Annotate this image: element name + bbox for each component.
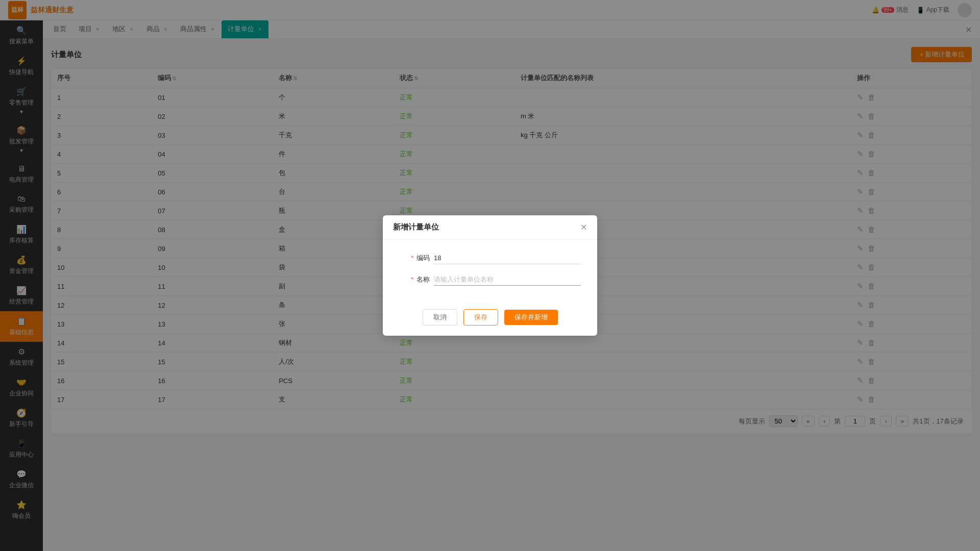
modal-header: 新增计量单位 ✕ [383,215,597,240]
modal-close-button[interactable]: ✕ [580,223,587,232]
modal-body: * 编码 * 名称 [383,240,597,303]
modal-title: 新增计量单位 [393,222,439,232]
name-label: * 名称 [399,275,430,284]
modal-footer: 取消 保存 保存并新增 [383,303,597,336]
cancel-button[interactable]: 取消 [423,309,457,325]
name-form-row: * 名称 [399,273,581,286]
code-input[interactable] [434,252,581,264]
name-required: * [411,276,413,283]
code-label-text: 编码 [416,254,430,262]
name-input[interactable] [434,273,581,286]
name-label-text: 名称 [416,276,430,283]
code-required: * [411,254,413,262]
code-form-row: * 编码 [399,252,581,264]
save-and-new-button[interactable]: 保存并新增 [504,310,558,325]
code-label: * 编码 [399,254,430,263]
modal-overlay: 新增计量单位 ✕ * 编码 * 名称 取消 保存 保存并新增 [0,0,980,551]
add-unit-modal: 新增计量单位 ✕ * 编码 * 名称 取消 保存 保存并新增 [383,215,597,336]
save-button[interactable]: 保存 [463,309,498,325]
